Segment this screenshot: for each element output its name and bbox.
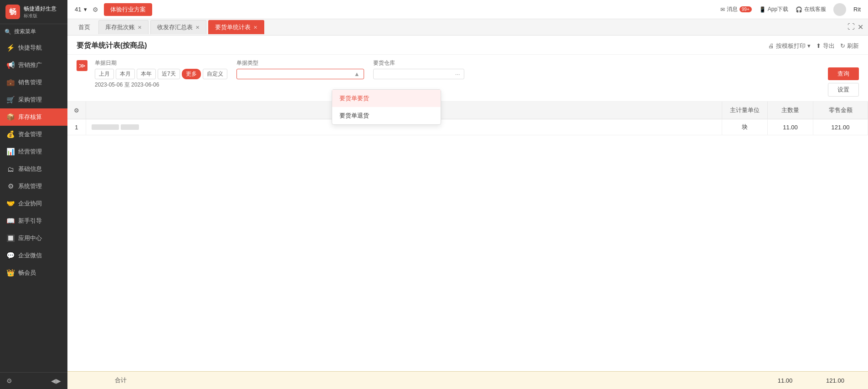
col-header-unit: 主计量单位	[722, 102, 768, 119]
export-icon: ⬆	[816, 42, 821, 49]
date-range-display: 2023-05-06 至 2023-06-06	[95, 81, 227, 89]
type-dropdown: 要货单要货 要货单退货	[332, 89, 441, 125]
wechat-icon: 💬	[6, 251, 15, 260]
sidebar: 畅 畅捷通好生意 标准版 🔍 搜索菜单 ⚡ 快捷导航 📢 营销推广 💼 销售管理…	[0, 0, 67, 389]
tab-home[interactable]: 首页	[72, 20, 97, 34]
page-actions: 🖨 按模板打印 ▾ ⬆ 导出 ↻ 刷新	[768, 42, 859, 50]
footer-total-label: 合计	[115, 376, 151, 384]
tabs-bar: 首页 库存批次账 ✕ 收发存汇总表 ✕ 要货单统计表 ✕ ⛶ ✕	[67, 19, 868, 36]
search-icon: 🔍	[5, 29, 11, 35]
sidebar-item-marketing[interactable]: 📢 营销推广	[0, 56, 67, 74]
filter-actions: 查询 设置	[828, 67, 859, 97]
trial-button[interactable]: 体验行业方案	[104, 3, 152, 16]
apps-icon: 🔲	[6, 234, 15, 242]
warehouse-select-input[interactable]	[377, 71, 455, 77]
tab-close-all-icon[interactable]: ✕	[858, 23, 863, 31]
company-selector[interactable]: 41 ▾	[75, 6, 87, 13]
tab-close-receipt-summary[interactable]: ✕	[195, 25, 200, 31]
date-filter-group: 单据日期 上月 本月 本年 近7天 更多 自定义 2023-05-06 至 20…	[95, 59, 227, 89]
marketing-icon: 📢	[6, 61, 15, 69]
warehouse-select-row[interactable]: ···	[373, 69, 464, 79]
sidebar-item-member[interactable]: 👑 畅会员	[0, 264, 67, 282]
btn-this-month[interactable]: 本月	[116, 69, 135, 79]
cell-num-1: 1	[67, 119, 86, 135]
table-row: 1 块 11.00 121.00	[67, 119, 868, 135]
filter-row: 单据日期 上月 本月 本年 近7天 更多 自定义 2023-05-06 至 20…	[95, 59, 821, 89]
filter-bar: ≫ 单据日期 上月 本月 本年 近7天 更多 自定义	[67, 55, 868, 102]
query-button[interactable]: 查询	[828, 67, 859, 80]
sidebar-item-quick-nav[interactable]: ⚡ 快捷导航	[0, 39, 67, 56]
more-dots-icon[interactable]: ···	[455, 71, 460, 77]
warehouse-filter-group: 要货仓库 ···	[373, 59, 464, 79]
dropdown-item-require-order[interactable]: 要货单要货	[332, 90, 441, 107]
chevron-up-icon[interactable]: ▲	[354, 71, 360, 77]
table-area: ⚙ 商品 主计量单位 主数量 零售金额 1	[67, 102, 868, 371]
btn-custom[interactable]: 自定义	[203, 69, 227, 79]
btn-more[interactable]: 更多	[182, 69, 201, 79]
system-icon: ⚙	[6, 182, 15, 190]
refresh-button[interactable]: ↻ 刷新	[840, 42, 859, 50]
btn-last-7-days[interactable]: 近7天	[158, 69, 180, 79]
main-area: 41 ▾ ⚙ 体验行业方案 ✉ 消息 99+ 📱 App下载 🎧 在线客服 Ri…	[67, 0, 868, 389]
filter-toggle-button[interactable]: ≫	[77, 60, 87, 71]
type-select-row[interactable]: ▲	[236, 69, 364, 79]
sidebar-search[interactable]: 🔍 搜索菜单	[0, 24, 67, 39]
btn-this-year[interactable]: 本年	[137, 69, 156, 79]
sidebar-item-system[interactable]: ⚙ 系统管理	[0, 178, 67, 195]
col-header-amount: 零售金额	[813, 102, 868, 119]
chevron-down-icon: ▾	[807, 42, 811, 49]
sidebar-item-sales[interactable]: 💼 销售管理	[0, 74, 67, 91]
topbar-gear-icon[interactable]: ⚙	[92, 6, 98, 13]
topbar-left: 41 ▾ ⚙ 体验行业方案	[75, 3, 152, 16]
tab-inventory-batch[interactable]: 库存批次账 ✕	[98, 20, 149, 34]
type-select-input[interactable]	[241, 71, 352, 77]
user-avatar[interactable]	[833, 3, 846, 16]
logo-icon: 畅	[5, 5, 20, 19]
product-code-placeholder	[121, 124, 139, 130]
sidebar-item-operation[interactable]: 📊 经营管理	[0, 143, 67, 160]
sidebar-item-cooperation[interactable]: 🤝 企业协同	[0, 195, 67, 212]
page-header: 要货单统计表(按商品) 🖨 按模板打印 ▾ ⬆ 导出 ↻ 刷新	[67, 36, 868, 55]
table-footer: 合计 11.00 121.00	[67, 371, 868, 389]
service-icon: 🎧	[796, 6, 802, 13]
sidebar-item-wechat[interactable]: 💬 企业微信	[0, 247, 67, 264]
sidebar-item-basic[interactable]: 🗂 基础信息	[0, 160, 67, 178]
date-filter-label: 单据日期	[95, 59, 227, 67]
topbar: 41 ▾ ⚙ 体验行业方案 ✉ 消息 99+ 📱 App下载 🎧 在线客服 Ri…	[67, 0, 868, 19]
export-button[interactable]: ⬆ 导出	[816, 42, 835, 50]
sidebar-item-purchase[interactable]: 🛒 采购管理	[0, 91, 67, 108]
settings-footer-icon[interactable]: ⚙	[6, 377, 12, 384]
tab-maximize-icon[interactable]: ⛶	[847, 23, 855, 31]
type-filter-group: 单据类型 ▲	[236, 59, 364, 79]
filter-date-row: 上月 本月 本年 近7天 更多 自定义	[95, 69, 227, 79]
sidebar-item-apps[interactable]: 🔲 应用中心	[0, 230, 67, 247]
tab-close-order-stats[interactable]: ✕	[253, 25, 257, 31]
app-download-button[interactable]: 📱 App下载	[759, 5, 788, 13]
app-icon: 📱	[759, 6, 766, 13]
table-settings-col[interactable]: ⚙	[67, 102, 86, 119]
sidebar-item-finance[interactable]: 💰 资金管理	[0, 126, 67, 143]
sidebar-item-inventory[interactable]: 📦 库存核算	[0, 108, 67, 126]
dropdown-item-return-order[interactable]: 要货单退货	[332, 107, 441, 124]
messages-button[interactable]: ✉ 消息 99+	[720, 5, 752, 13]
settings-button[interactable]: 设置	[828, 83, 859, 97]
content-area: 要货单统计表(按商品) 🖨 按模板打印 ▾ ⬆ 导出 ↻ 刷新 ≫	[67, 36, 868, 389]
print-button[interactable]: 🖨 按模板打印 ▾	[768, 42, 811, 50]
cell-amount-1: 121.00	[813, 119, 868, 135]
tab-close-inventory-batch[interactable]: ✕	[138, 25, 142, 31]
quick-date-buttons: 上月 本月 本年 近7天 更多 自定义	[95, 69, 227, 79]
footer-qty: 11.00	[762, 377, 808, 384]
chevron-down-icon: ▾	[84, 6, 87, 13]
tab-order-stats[interactable]: 要货单统计表 ✕	[208, 20, 264, 34]
tab-receipt-summary[interactable]: 收发存汇总表 ✕	[150, 20, 206, 34]
btn-last-month[interactable]: 上月	[95, 69, 114, 79]
sidebar-item-guide[interactable]: 📖 新手引导	[0, 212, 67, 230]
footer-amount: 121.00	[808, 377, 863, 384]
refresh-icon: ↻	[840, 42, 845, 49]
guide-icon: 📖	[6, 217, 15, 225]
online-service-button[interactable]: 🎧 在线客服	[796, 5, 826, 13]
finance-icon: 💰	[6, 130, 15, 138]
cooperation-icon: 🤝	[6, 200, 15, 208]
topbar-right: ✉ 消息 99+ 📱 App下载 🎧 在线客服 Rit	[720, 3, 861, 16]
collapse-icon[interactable]: ◀▶	[51, 377, 61, 384]
